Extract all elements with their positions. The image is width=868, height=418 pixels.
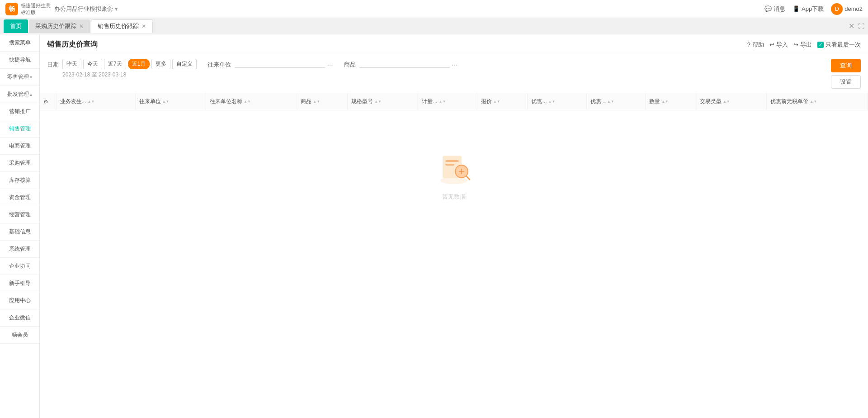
message-label: 消息 [774, 5, 785, 13]
col-partner-code-label: 往来单位 [139, 98, 161, 105]
date-filter-group: 日期 昨天 今天 近7天 近1月 更多 自定义 2023-02-18 至 202… [47, 59, 197, 79]
goods-input[interactable] [359, 59, 450, 68]
table-col-partner-code[interactable]: 往来单位 ▲▼ [135, 93, 206, 110]
sidebar-item-wholesale[interactable]: 批发管理 ▴ [0, 86, 39, 103]
sidebar-item-sales-mgmt[interactable]: 销售管理 [0, 120, 39, 138]
main-layout: 搜索菜单 快捷导航 零售管理 ▾ 批发管理 ▴ 营销推广 销售管理 电商管理 采 [0, 34, 868, 418]
sidebar-item-corp-wx[interactable]: 企业微信 [0, 309, 39, 327]
tab-sales[interactable]: 销售历史价跟踪 ✕ [91, 19, 153, 33]
table-col-spec[interactable]: 规格型号 ▲▼ [348, 93, 418, 110]
tab-purchase[interactable]: 采购历史价跟踪 ✕ [29, 19, 90, 33]
table-col-discount2[interactable]: 优惠... ▲▼ [586, 93, 645, 110]
date-btn-1month[interactable]: 近1月 [128, 59, 150, 69]
partner-select-icon[interactable]: ... [327, 59, 333, 67]
settings-button[interactable]: 设置 [831, 75, 861, 89]
table-col-pre-tax-price[interactable]: 优惠前无税单价 ▲▼ [767, 93, 868, 110]
sort-goods-icon: ▲▼ [313, 100, 320, 104]
table-col-discount1[interactable]: 优惠... ▲▼ [528, 93, 586, 110]
partner-input[interactable] [235, 59, 325, 68]
export-label: 导出 [800, 41, 812, 49]
import-icon: ↩ [769, 41, 774, 48]
retail-chevron-down-icon: ▾ [30, 75, 32, 80]
date-btn-yesterday[interactable]: 昨天 [62, 59, 81, 69]
search-button[interactable]: 查询 [831, 59, 861, 72]
col-discount1-label: 优惠... [531, 98, 547, 105]
logo-area: 畅 畅捷通好生意 标准版 [5, 2, 51, 15]
only-latest-checkbox[interactable]: ✓ [817, 42, 824, 48]
export-button[interactable]: ↪ 导出 [793, 41, 812, 49]
sidebar-item-newbie[interactable]: 新手引导 [0, 275, 39, 292]
date-btn-more[interactable]: 更多 [151, 59, 170, 69]
table-col-unit[interactable]: 计量... ▲▼ [418, 93, 477, 110]
page-title-row: 销售历史价查询 ? 帮助 ↩ 导入 ↪ 导出 ✓ [47, 40, 861, 49]
sidebar: 搜索菜单 快捷导航 零售管理 ▾ 批发管理 ▴ 营销推广 销售管理 电商管理 采 [0, 34, 40, 418]
goods-filter-label: 商品 [344, 59, 356, 69]
export-icon: ↪ [793, 41, 798, 48]
table-settings-gear-icon[interactable]: ⚙ [43, 99, 48, 105]
sort-trade-type-icon: ▲▼ [723, 100, 730, 104]
message-button[interactable]: 💬 消息 [764, 5, 785, 13]
col-biz-date-label: 业务发生... [60, 98, 86, 105]
help-button[interactable]: ? 帮助 [747, 41, 764, 49]
app-icon: 📱 [793, 5, 800, 12]
import-button[interactable]: ↩ 导入 [769, 41, 788, 49]
date-buttons: 昨天 今天 近7天 近1月 更多 自定义 [62, 59, 197, 69]
table-col-goods[interactable]: 商品 ▲▼ [297, 93, 348, 110]
page-header: 销售历史价查询 ? 帮助 ↩ 导入 ↪ 导出 ✓ [40, 34, 868, 54]
goods-select-icon[interactable]: ... [452, 59, 458, 67]
only-latest-toggle[interactable]: ✓ 只看最后一次 [817, 41, 861, 49]
table-col-trade-type[interactable]: 交易类型 ▲▼ [696, 93, 766, 110]
logo-line1: 畅捷通好生意 [21, 2, 51, 9]
topbar-right: 💬 消息 📱 App下载 D demo2 [764, 3, 863, 15]
date-btn-7days[interactable]: 近7天 [104, 59, 126, 69]
date-btn-today[interactable]: 今天 [83, 59, 102, 69]
col-goods-label: 商品 [301, 98, 311, 105]
avatar: D [831, 3, 843, 15]
window-close-icon[interactable]: ✕ [849, 22, 854, 30]
table-col-qty[interactable]: 数量 ▲▼ [646, 93, 696, 110]
table-col-partner-name[interactable]: 往来单位名称 ▲▼ [206, 93, 297, 110]
sort-partner-code-icon: ▲▼ [162, 100, 170, 104]
date-btn-custom[interactable]: 自定义 [172, 59, 197, 69]
sidebar-item-retail[interactable]: 零售管理 ▾ [0, 69, 39, 86]
sidebar-search-label: 搜索菜单 [9, 39, 31, 46]
logo-icon: 畅 [5, 3, 18, 15]
sidebar-item-enterprise[interactable]: 企业协同 [0, 258, 39, 275]
tabbar-actions: ✕ ⛶ [849, 22, 864, 30]
topbar-left: 畅 畅捷通好生意 标准版 办公用品行业模拟账套 ▾ [5, 2, 118, 15]
sort-pre-tax-price-icon: ▲▼ [810, 100, 817, 104]
table-col-biz-date[interactable]: 业务发生... ▲▼ [56, 93, 135, 110]
tab-home[interactable]: 首页 [4, 19, 28, 33]
tab-sales-close-icon[interactable]: ✕ [142, 23, 146, 29]
sidebar-item-marketing[interactable]: 营销推广 [0, 103, 39, 120]
sidebar-item-operations[interactable]: 经营管理 [0, 206, 39, 223]
logo-text: 畅捷通好生意 标准版 [21, 2, 51, 15]
logo-initials: 畅 [9, 5, 15, 13]
partner-input-area: ... [235, 59, 333, 68]
table-col-settings[interactable]: ⚙ [40, 93, 56, 110]
sort-discount2-icon: ▲▼ [607, 100, 614, 104]
breadcrumb-chevron-icon[interactable]: ▾ [115, 5, 118, 12]
date-options: 昨天 今天 近7天 近1月 更多 自定义 2023-02-18 至 2023-0… [62, 59, 197, 79]
window-expand-icon[interactable]: ⛶ [858, 23, 864, 30]
sidebar-item-system[interactable]: 系统管理 [0, 241, 39, 258]
sidebar-item-ecommerce[interactable]: 电商管理 [0, 138, 39, 155]
table-col-quote[interactable]: 报价 ▲▼ [477, 93, 528, 110]
sidebar-item-member[interactable]: 畅会员 [0, 327, 39, 344]
sort-quote-icon: ▲▼ [493, 100, 500, 104]
tab-purchase-close-icon[interactable]: ✕ [79, 23, 84, 29]
app-label: App下载 [802, 5, 824, 13]
sidebar-item-inventory[interactable]: 库存核算 [0, 172, 39, 189]
svg-rect-2 [445, 160, 459, 162]
sidebar-item-basic[interactable]: 基础信息 [0, 223, 39, 241]
sidebar-item-search[interactable]: 搜索菜单 [0, 34, 39, 52]
sidebar-item-purchase-mgmt[interactable]: 采购管理 [0, 155, 39, 172]
app-download-button[interactable]: 📱 App下载 [793, 5, 824, 13]
goods-filter-group: 商品 ... [344, 59, 458, 69]
sidebar-item-shortcut[interactable]: 快捷导航 [0, 52, 39, 69]
user-area[interactable]: D demo2 [831, 3, 863, 15]
sidebar-item-app-center[interactable]: 应用中心 [0, 292, 39, 309]
col-qty-label: 数量 [649, 98, 660, 105]
sidebar-item-finance[interactable]: 资金管理 [0, 189, 39, 206]
filter-bar: 日期 昨天 今天 近7天 近1月 更多 自定义 2023-02-18 至 202… [40, 54, 868, 93]
